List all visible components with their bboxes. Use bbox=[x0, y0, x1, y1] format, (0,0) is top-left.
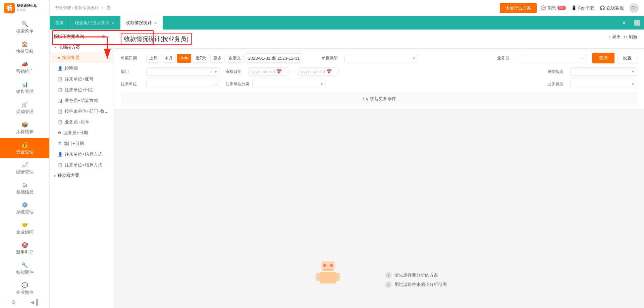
online-service-btn[interactable]: 🎧 在线客服 bbox=[600, 5, 624, 11]
page-title: 收款情况统计(按业务员) bbox=[124, 36, 189, 42]
topbar-settings-icon[interactable]: ⚙ bbox=[106, 5, 111, 11]
sidebar-item-inventory[interactable]: 📦 库存核算 bbox=[0, 118, 49, 138]
scheme-item-detail[interactable]: 👤 按明细 bbox=[50, 63, 114, 74]
sidebar-item-sales[interactable]: 📊 销售管理 bbox=[0, 78, 49, 98]
sidebar-label-search: 搜索菜单 bbox=[16, 28, 34, 34]
date-range-input[interactable]: 2023-01-01 至 2023-12-31 bbox=[245, 53, 303, 63]
date-btn-this-year[interactable]: 本年 bbox=[177, 54, 191, 63]
date-btn-this-month[interactable]: 本月 bbox=[162, 54, 176, 63]
tab-bank-close-icon[interactable]: ✕ bbox=[112, 21, 115, 25]
sidebar-bottom: ⚙ ◀▐ bbox=[0, 296, 49, 308]
date-btn-more[interactable]: 更多 bbox=[210, 54, 224, 63]
date-btn-last-month[interactable]: 上月 bbox=[146, 54, 160, 63]
date-to-value: 2023-12-31 bbox=[277, 56, 300, 61]
export-btn[interactable]: ↑ 导出 bbox=[609, 34, 621, 40]
sidebar-item-search[interactable]: 🔍 搜索菜单 bbox=[0, 17, 49, 38]
scheme-dept-date-icon: ⏱ bbox=[58, 141, 62, 146]
empty-content: 1 请先选择要分析的方案 2 用过滤条件来缩小分析范围 bbox=[114, 109, 644, 308]
logo-area: 畅 畅捷通好生意 标准版 bbox=[0, 0, 49, 16]
tab-collection[interactable]: 收款情况统计 ✕ bbox=[120, 16, 163, 30]
close-window-btn[interactable]: ✕ bbox=[617, 16, 631, 30]
sidebar-label-marketing: 营销推广 bbox=[16, 68, 34, 74]
salesperson-more[interactable]: ··· bbox=[580, 56, 584, 61]
user-avatar[interactable]: Rit bbox=[629, 3, 639, 13]
collapse-bottom-icon[interactable]: ◀▐ bbox=[30, 299, 38, 305]
marketing-icon: 📣 bbox=[21, 61, 28, 67]
scheme-settings-btn[interactable]: ⚙ bbox=[101, 34, 106, 39]
scheme-item-salesperson[interactable]: ● 按业务员 bbox=[50, 52, 114, 63]
tab-collection-close-icon[interactable]: ✕ bbox=[154, 21, 157, 25]
tab-home[interactable]: 首页 bbox=[50, 16, 69, 30]
biz-type-group: 业务类型 ▾ bbox=[547, 80, 637, 88]
sidebar-label-company: 企业协同 bbox=[16, 229, 34, 235]
sidebar-item-hardware[interactable]: 🔧 智能硬件 bbox=[0, 259, 49, 279]
tab-bank[interactable]: 现金银行流水查询 ✕ bbox=[69, 16, 120, 30]
voucher-status-select[interactable]: ▾ bbox=[570, 67, 637, 76]
party-label: 往来单位 bbox=[121, 81, 141, 87]
mobile-group-name: 移动端方案 bbox=[58, 172, 110, 178]
message-label: 消息 bbox=[547, 5, 556, 11]
scheme-collapse-btn[interactable]: « bbox=[107, 34, 110, 39]
sidebar-item-finance[interactable]: 💰 资金管理 bbox=[0, 138, 49, 158]
scheme-item-sales-settle-label: 业务员+结算方式 bbox=[65, 98, 98, 104]
scheme-item-party-account[interactable]: 📋 往来单位+账号 bbox=[50, 74, 114, 85]
sidebar-item-guide[interactable]: 🎯 新手引导 bbox=[0, 239, 49, 259]
sidebar-item-company[interactable]: 🤝 企业协同 bbox=[0, 218, 49, 239]
desktop-group-header[interactable]: ▼ 电脑端方案 bbox=[50, 42, 114, 52]
party-more[interactable]: ··· bbox=[213, 82, 217, 87]
review-date-from[interactable]: yyyy-mm-dd 📅 bbox=[248, 67, 288, 76]
scheme-item-party-dept-label: 按往来单位+部门+收... bbox=[65, 108, 108, 114]
settings-bottom-icon[interactable]: ⚙ bbox=[11, 299, 16, 305]
scheme-item-sales-date[interactable]: ⚙ 业务员+日期 bbox=[50, 127, 114, 138]
online-service-label: 在线客服 bbox=[606, 5, 624, 11]
collapse-more-btn[interactable]: ∧∧ 收起更多条件 bbox=[121, 92, 637, 105]
topbar-right: 💬 消息 99+ 📱 App下载 🎧 在线客服 Rit bbox=[541, 3, 639, 13]
sidebar-item-quicknav[interactable]: 🏠 快捷导航 bbox=[0, 38, 49, 58]
scheme-add-btn[interactable]: + bbox=[97, 34, 100, 39]
scheme-item-party-dept[interactable]: 📋 按往来单位+部门+收... bbox=[50, 106, 114, 117]
mobile-group-header[interactable]: ▶ 移动端方案 bbox=[50, 170, 114, 181]
scheme-list: ▼ 电脑端方案 ● 按业务员 👤 按明细 📋 往来单位+账号 bbox=[50, 42, 114, 308]
scheme-item-party-date[interactable]: 📋 往来单位+日期 bbox=[50, 85, 114, 95]
sidebar-item-purchase[interactable]: 🛒 采购管理 bbox=[0, 98, 49, 118]
content-area: 按以下方案查询 + ⚙ « ▼ 电脑端方案 ● 按业务员 👤 bbox=[50, 30, 644, 308]
operation-icon: 📈 bbox=[21, 162, 28, 168]
voucher-type-arrow: ▾ bbox=[413, 56, 415, 61]
refresh-btn[interactable]: ↻ 刷新 bbox=[624, 34, 637, 40]
scheme-item-party-settle2[interactable]: 📋 往来单位+结算方式 bbox=[50, 160, 114, 170]
sidebar-item-system[interactable]: ⚙️ 系统管理 bbox=[0, 198, 49, 218]
scheme-item-party-settle2-label: 往来单位+结算方式 bbox=[65, 162, 102, 168]
date-btn-7days[interactable]: 近7天 bbox=[193, 54, 209, 63]
dept-select[interactable]: ··· ▾ bbox=[146, 67, 220, 76]
scheme-item-sales-settle[interactable]: 📊 业务员+结算方式 bbox=[50, 95, 114, 106]
maximize-window-btn[interactable]: ⬜ bbox=[631, 16, 644, 30]
biz-type-select[interactable]: ▾ bbox=[570, 80, 637, 88]
scheme-item-sales-date-label: 业务员+日期 bbox=[63, 130, 88, 136]
filter-area: 单据日期 上月 本月 本年 近7天 更多 自定义 2023-01-01 至 20… bbox=[114, 49, 644, 109]
sidebar-item-basic[interactable]: 🗂 基础信息 bbox=[0, 178, 49, 198]
app-download-btn[interactable]: 📱 App下载 bbox=[571, 5, 594, 11]
salesperson-group: 业务员 ··· bbox=[497, 54, 587, 62]
salesperson-select[interactable]: ··· bbox=[520, 54, 587, 62]
scheme-item-sales-account[interactable]: 📋 业务员+账号 bbox=[50, 117, 114, 127]
dept-more[interactable]: ··· bbox=[210, 69, 213, 74]
sidebar-item-marketing[interactable]: 📣 营销推广 bbox=[0, 58, 49, 78]
topbar-left: 资金管理 / 收款情况统计 ▾ ⚙ bbox=[55, 5, 496, 11]
sidebar-item-wechat[interactable]: 💬 企业微信 bbox=[0, 279, 49, 296]
message-btn[interactable]: 💬 消息 99+ bbox=[541, 5, 566, 11]
scheme-detail-icon: 👤 bbox=[58, 66, 63, 71]
trial-btn[interactable]: 体验行业方案 bbox=[500, 3, 537, 13]
voucher-type-select[interactable]: ▾ bbox=[344, 54, 418, 62]
party-category-select[interactable]: ▾ bbox=[252, 80, 326, 88]
query-btn[interactable]: 查询 bbox=[592, 53, 614, 63]
party-select[interactable]: ··· bbox=[146, 80, 220, 88]
review-date-to[interactable]: yyyy-mm-dd 📅 bbox=[298, 67, 338, 76]
scheme-item-dept-date[interactable]: ⏱ 部门+日期 bbox=[50, 138, 114, 149]
date-from-value: 2023-01-01 bbox=[248, 56, 271, 61]
scheme-item-party-settle1[interactable]: 👤 往来单位+结算方式 bbox=[50, 149, 114, 160]
sidebar-label-inventory: 库存核算 bbox=[16, 129, 34, 135]
settings-btn[interactable]: 设置 bbox=[617, 53, 637, 63]
breadcrumb-arrow: ▾ bbox=[101, 6, 103, 10]
date-btn-custom[interactable]: 自定义 bbox=[226, 54, 244, 63]
sidebar-item-operation[interactable]: 📈 经营管理 bbox=[0, 158, 49, 178]
